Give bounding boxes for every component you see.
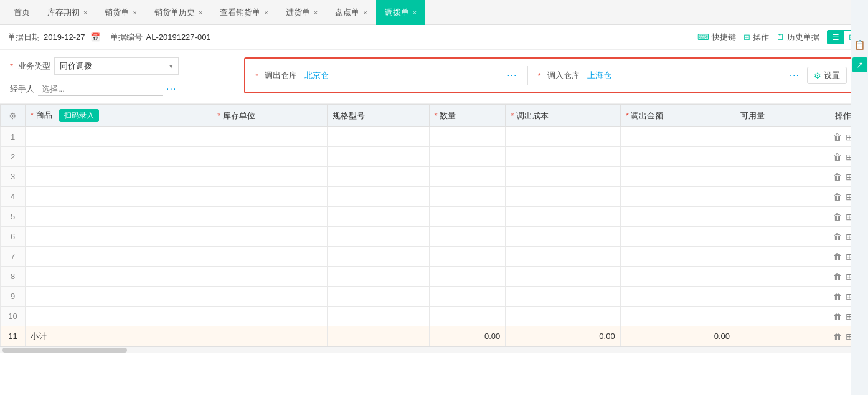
handler-more-button[interactable]: ··· xyxy=(166,83,176,95)
tab-inventory-check[interactable]: 盘点单 × xyxy=(326,0,375,25)
delete-icon-7[interactable]: 🗑 xyxy=(833,252,842,262)
cell-product-6[interactable] xyxy=(26,227,212,247)
history-button[interactable]: 🗒 历史单据 xyxy=(776,32,819,43)
cell-cost-11[interactable]: 0.00 xyxy=(506,326,620,346)
cell-spec-2[interactable] xyxy=(327,147,429,167)
scroll-thumb[interactable] xyxy=(2,348,127,353)
cell-unit-8[interactable] xyxy=(212,267,327,287)
cell-qty-11[interactable]: 0.00 xyxy=(429,326,506,346)
delete-icon-4[interactable]: 🗑 xyxy=(833,192,842,202)
cell-amount-3[interactable] xyxy=(620,167,735,187)
cell-spec-10[interactable] xyxy=(327,307,429,326)
handler-input[interactable] xyxy=(38,82,163,96)
cell-available-6[interactable] xyxy=(735,227,818,247)
cell-product-1[interactable] xyxy=(26,127,212,147)
cell-cost-10[interactable] xyxy=(506,307,620,326)
tab-purchase-order-close[interactable]: × xyxy=(314,9,318,16)
cell-unit-3[interactable] xyxy=(212,167,327,187)
scan-input-button[interactable]: 扫码录入 xyxy=(59,109,99,122)
cell-spec-6[interactable] xyxy=(327,227,429,247)
cell-cost-2[interactable] xyxy=(506,147,620,167)
cell-unit-1[interactable] xyxy=(212,127,327,147)
cell-product-7[interactable] xyxy=(26,247,212,267)
sidebar-expand-icon[interactable]: ↗ xyxy=(852,57,867,72)
cell-available-3[interactable] xyxy=(735,167,818,187)
cell-product-3[interactable] xyxy=(26,167,212,187)
tab-view-sales-close[interactable]: × xyxy=(264,9,268,16)
cell-amount-5[interactable] xyxy=(620,207,735,227)
warehouse-out-more-button[interactable]: ··· xyxy=(507,70,517,81)
delete-icon-1[interactable]: 🗑 xyxy=(833,132,842,142)
tab-transfer-order[interactable]: 调拨单 × xyxy=(376,0,425,25)
cell-qty-3[interactable] xyxy=(429,167,506,187)
operations-button[interactable]: ⊞ 操作 xyxy=(743,32,769,43)
cell-cost-4[interactable] xyxy=(506,187,620,207)
cell-available-2[interactable] xyxy=(735,147,818,167)
cell-unit-11[interactable] xyxy=(212,326,327,346)
cell-cost-7[interactable] xyxy=(506,247,620,267)
cell-available-5[interactable] xyxy=(735,207,818,227)
delete-icon-2[interactable]: 🗑 xyxy=(833,152,842,162)
cell-unit-5[interactable] xyxy=(212,207,327,227)
cell-qty-9[interactable] xyxy=(429,287,506,307)
cell-spec-5[interactable] xyxy=(327,207,429,227)
horizontal-scrollbar[interactable] xyxy=(0,346,868,353)
cell-unit-2[interactable] xyxy=(212,147,327,167)
tab-view-sales[interactable]: 查看销货单 × xyxy=(211,0,276,25)
cell-product-5[interactable] xyxy=(26,207,212,227)
cell-amount-1[interactable] xyxy=(620,127,735,147)
cell-amount-6[interactable] xyxy=(620,227,735,247)
warehouse-in-more-button[interactable]: ··· xyxy=(790,70,800,81)
cell-unit-7[interactable] xyxy=(212,247,327,267)
cell-available-11[interactable] xyxy=(735,326,818,346)
date-value[interactable]: 2019-12-27 xyxy=(44,32,85,42)
cell-qty-10[interactable] xyxy=(429,307,506,326)
cell-spec-1[interactable] xyxy=(327,127,429,147)
cell-product-8[interactable] xyxy=(26,267,212,287)
cell-product-9[interactable] xyxy=(26,287,212,307)
cell-cost-6[interactable] xyxy=(506,227,620,247)
sidebar-doc-icon[interactable]: 📋 xyxy=(852,37,867,52)
cell-unit-6[interactable] xyxy=(212,227,327,247)
cell-amount-10[interactable] xyxy=(620,307,735,326)
calendar-icon[interactable]: 📅 xyxy=(90,32,100,42)
cell-cost-3[interactable] xyxy=(506,167,620,187)
cell-available-9[interactable] xyxy=(735,287,818,307)
cell-cost-1[interactable] xyxy=(506,127,620,147)
cell-cost-5[interactable] xyxy=(506,207,620,227)
cell-product-10[interactable] xyxy=(26,307,212,326)
cell-available-10[interactable] xyxy=(735,307,818,326)
table-gear-icon[interactable]: ⚙ xyxy=(9,111,17,121)
cell-product-4[interactable] xyxy=(26,187,212,207)
tab-transfer-order-close[interactable]: × xyxy=(413,9,417,16)
cell-cost-8[interactable] xyxy=(506,267,620,287)
tab-sales-history-close[interactable]: × xyxy=(199,9,202,16)
cell-amount-8[interactable] xyxy=(620,267,735,287)
tab-inventory-init[interactable]: 库存期初 × xyxy=(39,0,96,25)
cell-product-2[interactable] xyxy=(26,147,212,167)
cell-cost-9[interactable] xyxy=(506,287,620,307)
tab-sales-order-close[interactable]: × xyxy=(133,9,136,16)
cell-amount-4[interactable] xyxy=(620,187,735,207)
cell-spec-4[interactable] xyxy=(327,187,429,207)
tab-purchase-order[interactable]: 进货单 × xyxy=(277,0,326,25)
cell-available-8[interactable] xyxy=(735,267,818,287)
delete-icon-11[interactable]: 🗑 xyxy=(833,331,842,341)
list-view-button[interactable]: ☰ xyxy=(828,31,844,44)
cell-available-1[interactable] xyxy=(735,127,818,147)
delete-icon-6[interactable]: 🗑 xyxy=(833,232,842,242)
warehouse-in-value[interactable]: 上海仓 xyxy=(587,70,611,81)
delete-icon-9[interactable]: 🗑 xyxy=(833,292,842,302)
shortcut-key-button[interactable]: ⌨ 快捷键 xyxy=(697,32,736,43)
cell-spec-7[interactable] xyxy=(327,247,429,267)
cell-qty-2[interactable] xyxy=(429,147,506,167)
cell-unit-10[interactable] xyxy=(212,307,327,326)
cell-available-4[interactable] xyxy=(735,187,818,207)
cell-spec-3[interactable] xyxy=(327,167,429,187)
cell-qty-1[interactable] xyxy=(429,127,506,147)
delete-icon-5[interactable]: 🗑 xyxy=(833,212,842,222)
cell-qty-5[interactable] xyxy=(429,207,506,227)
delete-icon-10[interactable]: 🗑 xyxy=(833,312,842,321)
delete-icon-3[interactable]: 🗑 xyxy=(833,172,842,182)
tab-sales-order[interactable]: 销货单 × xyxy=(96,0,145,25)
